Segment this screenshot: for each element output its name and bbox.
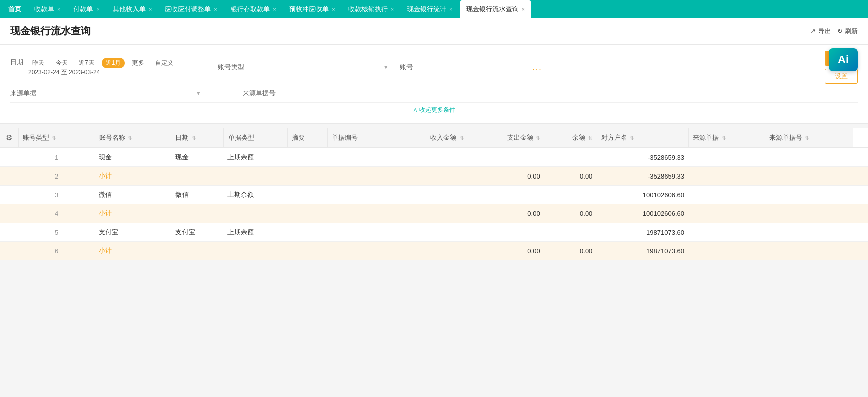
date-btn-more[interactable]: 更多: [128, 58, 148, 68]
nav-tab-现金银行统计[interactable]: 现金银行统计 ×: [401, 0, 459, 18]
source-doc-select[interactable]: ▾: [40, 88, 202, 98]
nav-tab-付款单[interactable]: 付款单 ×: [67, 0, 105, 18]
table-cell: [853, 223, 868, 242]
filter-row-date: 日期 昨天 今天 近7天 近1月 更多 自定义 2023-02-24 至 202…: [10, 51, 858, 84]
table-cell: [288, 186, 328, 204]
date-btn-today[interactable]: 今天: [52, 58, 72, 68]
nav-tab-银行存取款单[interactable]: 银行存取款单 ×: [224, 0, 282, 18]
table-cell: [689, 223, 765, 242]
table-cell: 5: [18, 223, 95, 242]
table-header-settings[interactable]: ⚙: [0, 128, 18, 148]
account-type-select[interactable]: ▾: [248, 62, 390, 72]
table-row[interactable]: 1现金现金上期余额-3528659.33: [0, 148, 868, 167]
close-icon[interactable]: ×: [273, 6, 276, 12]
account-filter: 账号 ...: [400, 62, 542, 72]
dropdown-icon: ▾: [384, 63, 388, 71]
export-button[interactable]: ↗ 导出: [810, 27, 831, 36]
filter-area: 日期 昨天 今天 近7天 近1月 更多 自定义 2023-02-24 至 202…: [0, 45, 868, 124]
table-header-doc-no[interactable]: 单据编号: [328, 128, 391, 148]
close-icon[interactable]: ×: [332, 6, 335, 12]
source-doc-label: 来源单据: [10, 89, 36, 98]
nav-tab-现金银行流水查询[interactable]: 现金银行流水查询 ×: [460, 0, 531, 18]
table-header-source-doc[interactable]: 来源单据 ⇅: [689, 128, 765, 148]
table-cell: 3: [18, 186, 95, 204]
close-icon[interactable]: ×: [449, 6, 452, 12]
table-row[interactable]: 6小计0.000.0019871073.60: [0, 242, 868, 260]
table-header-date[interactable]: 日期 ⇅: [171, 128, 224, 148]
table-cell: [223, 204, 287, 223]
table-header-account-name[interactable]: 账号名称 ⇅: [95, 128, 171, 148]
date-label: 日期: [10, 58, 23, 67]
table-cell: [544, 148, 597, 167]
table-cell: [288, 167, 328, 186]
table-cell: [171, 204, 224, 223]
table-header-account-type[interactable]: 账号类型 ⇅: [18, 128, 95, 148]
table-cell-settings: [0, 204, 18, 223]
sort-icon: ⇅: [588, 135, 592, 141]
source-doc-no-filter: 来源单据号: [243, 88, 441, 98]
sort-icon: ⇅: [722, 135, 726, 141]
table-cell: [468, 186, 544, 204]
gear-icon[interactable]: ⚙: [6, 133, 12, 142]
table-cell: [853, 186, 868, 204]
table-body: 1现金现金上期余额-3528659.332小计0.000.00-3528659.…: [0, 148, 868, 260]
table-cell: [853, 148, 868, 167]
ai-badge[interactable]: Ai: [829, 48, 858, 71]
table-header-doc-type[interactable]: 单据类型: [223, 128, 287, 148]
table-row[interactable]: 5支付宝支付宝上期余额19871073.60: [0, 223, 868, 242]
ellipsis-button[interactable]: ...: [532, 63, 542, 72]
collapse-conditions-bar[interactable]: ∧ 收起更多条件: [10, 102, 858, 117]
table-header-expense[interactable]: 支出金额 ⇅: [468, 128, 544, 148]
table-cell: 现金: [171, 148, 224, 167]
nav-tab-收款单[interactable]: 收款单 ×: [28, 0, 66, 18]
nav-tab-其他收入单[interactable]: 其他收入单 ×: [107, 0, 158, 18]
table-header-source-doc-no[interactable]: 来源单据号 ⇅: [765, 128, 853, 148]
table-header-counterpart[interactable]: 对方户名 ⇅: [597, 128, 689, 148]
table-cell: 小计: [95, 204, 171, 223]
table-header-summary[interactable]: 摘要: [288, 128, 328, 148]
table-row[interactable]: 3微信微信上期余额100102606.60: [0, 186, 868, 204]
nav-home[interactable]: 首页: [2, 0, 27, 18]
account-input[interactable]: [417, 62, 528, 72]
nav-tab-预收冲应收单[interactable]: 预收冲应收单 ×: [283, 0, 341, 18]
close-icon[interactable]: ×: [522, 6, 525, 12]
table-header-income[interactable]: 收入金额 ⇅: [391, 128, 468, 148]
table-cell: [288, 223, 328, 242]
close-icon[interactable]: ×: [57, 6, 60, 12]
source-doc-no-input[interactable]: [280, 88, 441, 98]
table-cell: 微信: [95, 186, 171, 204]
data-table-container: ⚙ 账号类型 ⇅ 账号名称 ⇅ 日期 ⇅ 单据类型 摘要: [0, 128, 868, 260]
close-icon[interactable]: ×: [96, 6, 99, 12]
table-cell: [288, 204, 328, 223]
table-cell: 100102606.60: [597, 204, 689, 223]
account-type-filter: 账号类型 ▾: [218, 62, 390, 72]
table-cell: 19871073.60: [597, 223, 689, 242]
date-btn-yesterday[interactable]: 昨天: [28, 58, 49, 68]
table-header-balance[interactable]: 余额 ⇅: [544, 128, 597, 148]
account-label: 账号: [400, 63, 413, 72]
close-icon[interactable]: ×: [391, 6, 394, 12]
date-btn-custom[interactable]: 自定义: [151, 58, 177, 68]
table-cell: 100102606.60: [597, 186, 689, 204]
sort-icon: ⇅: [536, 135, 540, 141]
table-cell-settings: [0, 242, 18, 260]
account-type-label: 账号类型: [218, 63, 244, 72]
table-cell: 2: [18, 167, 95, 186]
table-cell: [328, 204, 391, 223]
page-title: 现金银行流水查询: [10, 24, 91, 38]
table-row[interactable]: 2小计0.000.00-3528659.33: [0, 167, 868, 186]
close-icon[interactable]: ×: [214, 6, 217, 12]
table-cell: [765, 186, 853, 204]
nav-tab-应收应付调整单[interactable]: 应收应付调整单 ×: [159, 0, 223, 18]
table-cell: [689, 204, 765, 223]
top-navigation: 首页 收款单 × 付款单 × 其他收入单 × 应收应付调整单 × 银行存取款单 …: [0, 0, 868, 18]
table-cell: [544, 223, 597, 242]
table-cell: [765, 167, 853, 186]
date-btn-7days[interactable]: 近7天: [75, 58, 99, 68]
table-cell: -3528659.33: [597, 148, 689, 167]
nav-tab-收款核销执行[interactable]: 收款核销执行 ×: [342, 0, 400, 18]
table-row[interactable]: 4小计0.000.00100102606.60: [0, 204, 868, 223]
close-icon[interactable]: ×: [149, 6, 152, 12]
date-btn-1month[interactable]: 近1月: [102, 58, 125, 68]
refresh-button[interactable]: ↻ 刷新: [837, 27, 858, 36]
